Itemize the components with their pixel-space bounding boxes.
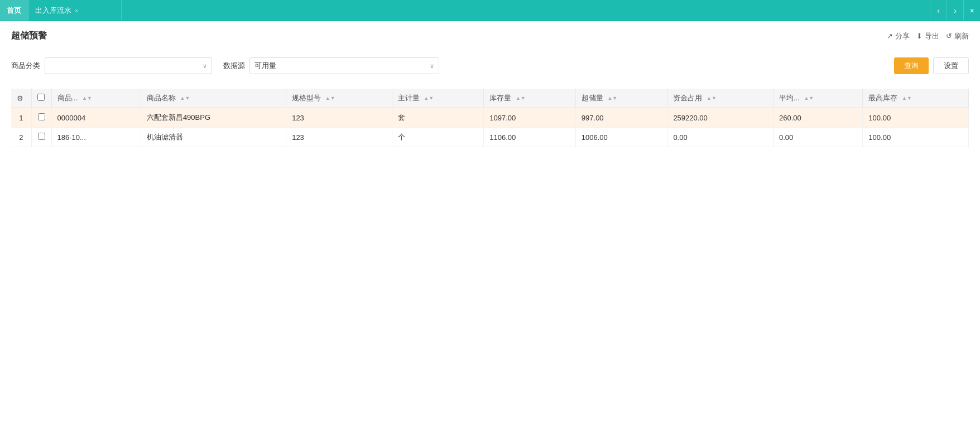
row-stock: 1106.00 [484,128,576,147]
col-header-capital: 资金占用 ▲▼ [667,89,774,108]
row-code: 186-10... [51,128,141,147]
row-checkbox[interactable] [38,113,45,120]
export-icon: ⬇ [916,32,923,40]
col-header-code: 商品... ▲▼ [51,89,141,108]
header-actions: ↗ 分享 ⬇ 导出 ↺ 刷新 [887,31,969,41]
export-button[interactable]: ⬇ 导出 [916,31,939,41]
nav-tab-label: 出入库流水 [35,6,71,16]
page-title: 超储预警 [11,30,47,42]
row-checkbox-cell [31,128,51,147]
category-select[interactable]: ∨ [45,57,212,74]
table-row: 1 0000004 六配套新昌490BPG 123 套 1097.00 997.… [11,108,969,128]
sort-icon-capital[interactable]: ▲▼ [707,96,717,101]
col-spec-label: 规格型号 [292,94,321,102]
col-capital-label: 资金占用 [673,94,702,102]
nav-home[interactable]: 首页 [0,0,28,21]
row-checkbox[interactable] [38,133,45,140]
row-max: 100.00 [863,128,969,147]
sort-icon-code[interactable]: ▲▼ [82,96,92,101]
nav-tab-tab-6[interactable]: 出入库流水× [28,0,122,21]
share-icon: ↗ [887,32,893,40]
page-content: 超储预警 ↗ 分享 ⬇ 导出 ↺ 刷新 商品分类 ∨ 数据源 [0,21,980,446]
col-avg-label: 平均... [779,94,800,102]
row-avg: 260.00 [773,108,862,128]
row-unit: 个 [392,128,484,147]
col-header-name: 商品名称 ▲▼ [141,89,286,108]
col-header-max: 最高库存 ▲▼ [863,89,969,108]
row-spec: 123 [286,108,392,128]
datasource-select-value: 可用量 [254,61,276,71]
col-stock-label: 库存量 [489,94,511,102]
select-all-checkbox[interactable] [37,94,45,101]
share-button[interactable]: ↗ 分享 [887,31,910,41]
table-header-row: ⚙ 商品... ▲▼ 商品名称 ▲▼ 规格型号 ▲▼ 主计 [11,89,969,108]
table-body: 1 0000004 六配套新昌490BPG 123 套 1097.00 997.… [11,108,969,147]
filter-action-buttons: 查询 设置 [894,57,969,74]
row-over: 1006.00 [575,128,667,147]
share-label: 分享 [895,31,910,41]
sort-icon-over[interactable]: ▲▼ [607,96,617,101]
sort-icon-max[interactable]: ▲▼ [902,96,912,101]
row-name: 机油滤清器 [141,128,286,147]
col-unit-label: 主计量 [398,94,420,102]
page-header: 超储预警 ↗ 分享 ⬇ 导出 ↺ 刷新 [11,30,969,42]
sort-icon-name[interactable]: ▲▼ [180,96,190,101]
chevron-down-icon: ∨ [203,62,207,70]
datasource-label: 数据源 [223,61,245,71]
row-capital: 0.00 [667,128,774,147]
gear-icon[interactable]: ⚙ [17,94,23,103]
row-over: 997.00 [575,108,667,128]
nav-tabs-container: 拣货任务管理×拣货异常处理×现存量（库存状况表）×现存量（库存分布表）×库存批次… [28,0,122,21]
col-header-unit: 主计量 ▲▼ [392,89,484,108]
refresh-icon: ↺ [946,32,952,40]
col-name-label: 商品名称 [147,94,176,102]
row-num: 2 [11,128,31,147]
row-capital: 259220.00 [667,108,774,128]
col-header-avg: 平均... ▲▼ [773,89,862,108]
col-header-spec: 规格型号 ▲▼ [286,89,392,108]
data-table: ⚙ 商品... ▲▼ 商品名称 ▲▼ 规格型号 ▲▼ 主计 [11,89,969,147]
nav-home-label: 首页 [7,6,21,16]
sort-icon-unit[interactable]: ▲▼ [424,96,434,101]
refresh-button[interactable]: ↺ 刷新 [946,31,969,41]
sort-icon-spec[interactable]: ▲▼ [325,96,335,101]
filter-category: 商品分类 ∨ [11,57,212,74]
col-gear: ⚙ [11,89,31,108]
nav-arrow-close[interactable]: × [963,0,980,21]
nav-tab-close-tab-6[interactable]: × [75,7,78,14]
query-button[interactable]: 查询 [894,57,929,74]
nav-arrow-right[interactable]: › [947,0,963,21]
export-label: 导出 [925,31,939,41]
chevron-down-icon-2: ∨ [430,62,434,70]
sort-icon-stock[interactable]: ▲▼ [516,96,526,101]
row-spec: 123 [286,128,392,147]
table-row: 2 186-10... 机油滤清器 123 个 1106.00 1006.00 … [11,128,969,147]
datasource-select[interactable]: 可用量 ∨ [249,57,439,74]
row-num: 1 [11,108,31,128]
row-unit: 套 [392,108,484,128]
settings-button[interactable]: 设置 [933,57,969,74]
row-checkbox-cell [31,108,51,128]
top-navigation: 首页 拣货任务管理×拣货异常处理×现存量（库存状况表）×现存量（库存分布表）×库… [0,0,980,21]
col-over-label: 超储量 [582,94,603,102]
col-header-over: 超储量 ▲▼ [575,89,667,108]
row-code: 0000004 [51,108,141,128]
col-header-stock: 库存量 ▲▼ [484,89,576,108]
col-checkbox-header [31,89,51,108]
row-max: 100.00 [863,108,969,128]
row-name: 六配套新昌490BPG [141,108,286,128]
row-avg: 0.00 [773,128,862,147]
row-stock: 1097.00 [484,108,576,128]
nav-arrows: ‹ › × [930,0,980,21]
filter-area: 商品分类 ∨ 数据源 可用量 ∨ 查询 设置 [11,51,969,81]
refresh-label: 刷新 [954,31,969,41]
category-label: 商品分类 [11,61,40,71]
col-code-label: 商品... [57,94,78,102]
sort-icon-avg[interactable]: ▲▼ [804,96,814,101]
filter-datasource: 数据源 可用量 ∨ [223,57,439,74]
nav-arrow-left[interactable]: ‹ [930,0,947,21]
col-max-label: 最高库存 [868,94,897,102]
